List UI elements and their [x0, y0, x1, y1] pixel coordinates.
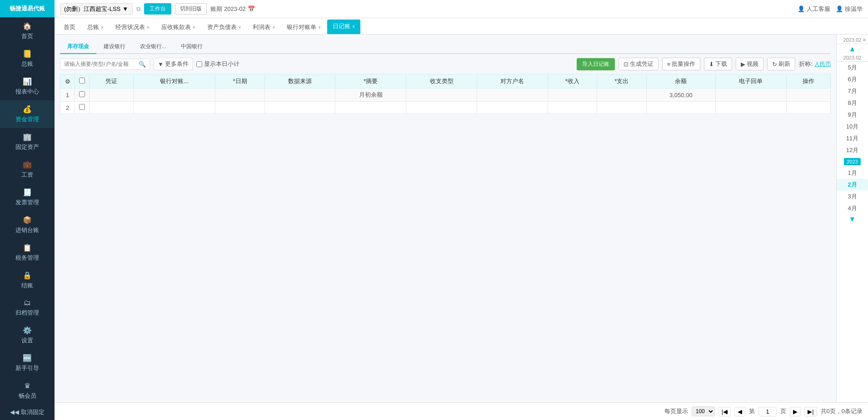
last-page-button[interactable]: ▶|: [804, 407, 817, 416]
row2-balance: [646, 102, 716, 114]
per-page-select[interactable]: 100: [692, 406, 715, 416]
th-source: 数据来源: [264, 74, 335, 89]
tab-home[interactable]: 首页: [58, 20, 81, 34]
page-label: 第: [749, 407, 755, 415]
tab-receivable-close[interactable]: ×: [193, 25, 195, 30]
search-icon[interactable]: 🔍: [139, 61, 146, 68]
sidebar-item-close-books[interactable]: 🔒 结账: [0, 267, 55, 294]
search-box[interactable]: 🔍: [60, 59, 150, 70]
row2-voucher: [90, 102, 134, 114]
first-page-button[interactable]: |◀: [718, 407, 731, 416]
page-unit: 页: [780, 407, 786, 415]
sidebar-item-wages[interactable]: 💼 工资: [0, 156, 55, 183]
timeline-close-button[interactable]: ×: [863, 36, 866, 44]
timeline-nav-down[interactable]: ▼: [848, 214, 857, 224]
per-page-label: 每页显示: [664, 407, 688, 415]
filter-button[interactable]: ▼ 更多条件: [154, 58, 193, 70]
sidebar-item-tax[interactable]: 📋 税务管理: [0, 239, 55, 267]
company-selector[interactable]: (勿删）江西超宝-LSS ▼: [60, 3, 133, 15]
timeline-month-7[interactable]: 7月: [837, 85, 868, 97]
tab-business-close[interactable]: ×: [147, 25, 150, 30]
tab-journal[interactable]: 日记账 ×: [327, 20, 360, 34]
tab-bank-close[interactable]: ×: [318, 25, 321, 30]
row2-checkbox[interactable]: [75, 102, 90, 114]
customer-service[interactable]: 👤 人工客服: [798, 5, 830, 13]
sidebar-item-invoice[interactable]: 🧾 发票管理: [0, 183, 55, 211]
tab-profit[interactable]: 利润表 ×: [247, 20, 280, 34]
search-input[interactable]: [64, 61, 137, 67]
tab-profit-close[interactable]: ×: [272, 25, 275, 30]
download-button[interactable]: ⬇ 下载: [704, 58, 732, 70]
timeline-year-2023[interactable]: 2023: [844, 158, 860, 165]
gen-voucher-button[interactable]: ⊡ 生成凭证: [619, 58, 658, 70]
view-button[interactable]: ▶ 视频: [736, 58, 763, 70]
sub-tab-ccb[interactable]: 建设银行: [96, 40, 133, 54]
timeline-month-9[interactable]: 9月: [837, 109, 868, 121]
show-daily-checkbox[interactable]: 显示本日小计: [196, 60, 239, 68]
daily-checkbox-input[interactable]: [196, 61, 202, 67]
row1-checkbox[interactable]: [75, 89, 90, 102]
page-input[interactable]: [758, 407, 777, 416]
tab-bank[interactable]: 银行对账单 ×: [281, 20, 326, 34]
prev-page-button[interactable]: ◀: [734, 407, 745, 416]
sub-tab-abc[interactable]: 农业银行...: [133, 40, 174, 54]
row1-balance: 3,050.00: [646, 89, 716, 102]
tab-assets-liab[interactable]: 资产负债表 ×: [202, 20, 247, 34]
row1-actions: [786, 89, 830, 102]
th-settings[interactable]: ⚙: [60, 74, 75, 89]
table-row: 2: [60, 102, 831, 114]
timeline-month-2[interactable]: 2月: [837, 179, 868, 191]
sidebar-item-label: 工资: [21, 171, 33, 179]
topbar-right: 👤 人工客服 👤 徐温华: [798, 5, 863, 13]
timeline-month-6[interactable]: 6月: [837, 74, 868, 85]
tab-journal-close[interactable]: ×: [352, 24, 355, 29]
sidebar-item-label: 固定资产: [15, 143, 39, 151]
th-summary: *摘要: [335, 74, 406, 89]
th-checkbox[interactable]: [75, 74, 90, 89]
sub-tab-boc[interactable]: 中国银行: [174, 40, 210, 54]
copy-icon[interactable]: ⧉: [136, 5, 140, 13]
th-e-invoice: 电子回单: [716, 74, 787, 89]
timeline-month-10[interactable]: 10月: [837, 121, 868, 133]
pin-toggle[interactable]: ◀◀ 取消固定: [0, 405, 55, 420]
sidebar-item-member[interactable]: ♛ 畅会员: [0, 377, 55, 405]
sidebar-item-reports[interactable]: 📊 报表中心: [0, 73, 55, 100]
import-journal-button[interactable]: 导入日记账: [577, 58, 615, 70]
user-profile[interactable]: 👤 徐温华: [836, 5, 863, 13]
switch-old-button[interactable]: 切到旧版: [175, 3, 207, 15]
sidebar-item-assets[interactable]: 🏢 固定资产: [0, 128, 55, 156]
sub-tabbar: 库存现金 建设银行 农业银行... 中国银行: [60, 40, 831, 54]
journal-page: 库存现金 建设银行 农业银行... 中国银行 🔍 ▼ 更多条件 显示本日小计: [55, 35, 836, 402]
sidebar-item-guide[interactable]: 🆕 新手引导: [0, 349, 55, 377]
sub-tab-cash[interactable]: 库存现金: [60, 40, 96, 54]
refresh-button[interactable]: ↻ 刷新: [767, 58, 795, 70]
timeline-month-5[interactable]: 5月: [837, 62, 868, 74]
timeline-month-12[interactable]: 12月: [837, 144, 868, 156]
next-page-button[interactable]: ▶: [790, 407, 801, 416]
tab-ledger[interactable]: 总账 ×: [82, 20, 109, 34]
timeline-month-3[interactable]: 3月: [837, 191, 868, 203]
sidebar-item-cash[interactable]: 💰 资金管理: [0, 100, 55, 128]
tab-business[interactable]: 经营状况表 ×: [110, 20, 155, 34]
calendar-icon[interactable]: 📅: [248, 5, 255, 12]
currency-value[interactable]: 人民币: [814, 60, 831, 68]
batch-op-button[interactable]: ≡ 批量操作: [662, 58, 701, 70]
timeline-month-1[interactable]: 1月: [837, 167, 868, 179]
sidebar-item-home[interactable]: 🏠 首页: [0, 17, 55, 45]
sidebar-item-sales[interactable]: 📦 进销台账: [0, 211, 55, 239]
work-platform-button[interactable]: 工作台: [144, 3, 171, 15]
timeline-year-prev: 2023.02: [837, 54, 868, 62]
timeline-month-8[interactable]: 8月: [837, 97, 868, 109]
timeline-month-4[interactable]: 4月: [837, 203, 868, 214]
sidebar-item-settings[interactable]: ⚙️ 设置: [0, 321, 55, 349]
sidebar-item-ledger[interactable]: 📒 总账: [0, 45, 55, 73]
tab-ledger-close[interactable]: ×: [101, 25, 104, 30]
timeline-nav-up[interactable]: ▲: [848, 44, 857, 54]
tab-receivable[interactable]: 应收账款表 ×: [156, 20, 201, 34]
row1-e-invoice: [716, 89, 787, 102]
timeline-month-11[interactable]: 11月: [837, 133, 868, 144]
sidebar-item-archive[interactable]: 🗂 归档管理: [0, 294, 55, 321]
sidebar-item-label: 新手引导: [15, 364, 39, 372]
select-all-checkbox[interactable]: [79, 78, 85, 84]
tab-assets-liab-close[interactable]: ×: [239, 25, 241, 30]
